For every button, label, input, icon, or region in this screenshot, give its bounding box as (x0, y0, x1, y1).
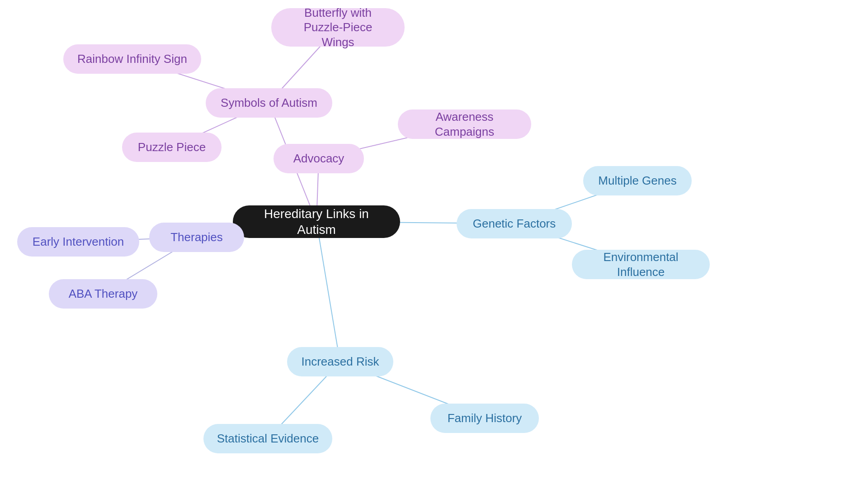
increased-risk-label: Increased Risk (302, 354, 379, 369)
butterfly-label: Butterfly with Puzzle-Piece Wings (284, 5, 392, 50)
family-history-node: Family History (430, 404, 539, 433)
multiple-genes-node: Multiple Genes (583, 166, 692, 195)
increased-risk-node: Increased Risk (287, 347, 393, 376)
aba-therapy-node: ABA Therapy (49, 279, 157, 309)
environmental-influence-node: Environmental Influence (572, 250, 710, 279)
multiple-genes-label: Multiple Genes (598, 173, 676, 188)
aba-therapy-label: ABA Therapy (69, 286, 138, 301)
center-node: Hereditary Links in Autism (233, 205, 400, 238)
therapies-label: Therapies (170, 230, 223, 245)
center-label: Hereditary Links in Autism (253, 206, 380, 238)
early-intervention-label: Early Intervention (33, 234, 124, 249)
family-history-label: Family History (448, 411, 522, 426)
genetic-factors-node: Genetic Factors (457, 209, 572, 238)
awareness-campaigns-label: Awareness Campaigns (410, 109, 519, 139)
butterfly-node: Butterfly with Puzzle-Piece Wings (271, 8, 405, 47)
rainbow-label: Rainbow Infinity Sign (77, 52, 187, 67)
awareness-campaigns-node: Awareness Campaigns (398, 109, 531, 139)
advocacy-node: Advocacy (274, 144, 364, 173)
puzzle-piece-label: Puzzle Piece (138, 140, 206, 155)
symbols-autism-label: Symbols of Autism (221, 95, 317, 110)
genetic-factors-label: Genetic Factors (473, 216, 556, 231)
advocacy-label: Advocacy (293, 151, 344, 166)
puzzle-piece-node: Puzzle Piece (122, 133, 222, 162)
early-intervention-node: Early Intervention (17, 227, 139, 257)
rainbow-node: Rainbow Infinity Sign (63, 44, 201, 74)
therapies-node: Therapies (149, 223, 244, 252)
statistical-evidence-label: Statistical Evidence (217, 431, 319, 446)
statistical-evidence-node: Statistical Evidence (203, 424, 332, 453)
environmental-influence-label: Environmental Influence (585, 250, 697, 279)
symbols-autism-node: Symbols of Autism (206, 88, 332, 118)
svg-line-4 (316, 222, 340, 362)
